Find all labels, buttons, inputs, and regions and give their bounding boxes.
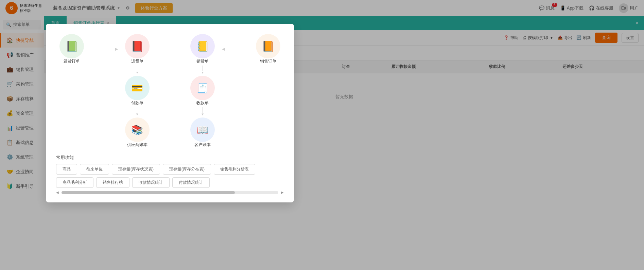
func-button[interactable]: 付款情况统计 — [172, 177, 210, 188]
flow-node-purchase-bill[interactable]: 📕 进货单 — [125, 34, 150, 64]
sales-order-label: 销售订单 — [260, 58, 276, 64]
flow-row-arrows-2: ▼ ▼ — [56, 107, 284, 116]
flow-row-3: 📚 供应商账本 📖 客户账本 — [56, 118, 284, 148]
supplier-ledger-label: 供应商账本 — [127, 142, 147, 148]
arrow-left-1: ◀ — [222, 47, 249, 51]
payment-label: 付款单 — [131, 100, 143, 106]
scroll-track[interactable] — [62, 191, 278, 194]
flow-node-supplier-ledger[interactable]: 📚 供应商账本 — [125, 118, 150, 148]
receipt-icon: 🧾 — [190, 76, 215, 100]
flow-diagram: 📗 进货订单 ▶ 📕 进货单 📒 销货单 ◀ — [56, 34, 284, 148]
purchase-order-label: 进货订单 — [64, 58, 80, 64]
flow-node-sales-bill[interactable]: 📒 销货单 — [190, 34, 215, 64]
func-button[interactable]: 现存量(库存状况表) — [112, 164, 160, 175]
arrow-down-payment: ▼ — [125, 107, 150, 116]
func-button[interactable]: 商品毛利分析 — [56, 177, 93, 188]
func-button[interactable]: 往来单位 — [80, 164, 109, 175]
flow-row-2: 💳 付款单 🧾 收款单 — [56, 76, 284, 106]
arrow-down-sales: ▼ — [190, 66, 215, 74]
flow-node-payment[interactable]: 💳 付款单 — [125, 76, 150, 106]
func-button[interactable]: 销售毛利分析表 — [214, 164, 255, 175]
flow-node-customer-ledger[interactable]: 📖 客户账本 — [190, 118, 215, 148]
customer-ledger-label: 客户账本 — [194, 142, 211, 148]
arrow-right-1: ▶ — [91, 47, 118, 51]
arrow-down-purchase: ▼ — [125, 66, 150, 74]
func-buttons-row1: 商品往来单位现存量(库存状况表)现存量(库存分布表)销售毛利分析表商品毛利分析销… — [56, 164, 284, 188]
common-title: 常用功能 — [56, 155, 284, 161]
func-button[interactable]: 销售排行榜 — [96, 177, 129, 188]
flow-node-purchase-order[interactable]: 📗 进货订单 — [59, 34, 84, 64]
sales-bill-icon: 📒 — [190, 34, 215, 58]
purchase-bill-icon: 📕 — [125, 34, 150, 58]
flow-node-sales-order[interactable]: 📙 销售订单 — [256, 34, 280, 64]
scroll-indicator: ◀ ▶ — [56, 188, 284, 196]
func-button[interactable]: 商品 — [56, 164, 77, 175]
scroll-thumb — [62, 191, 235, 194]
flow-node-receipt[interactable]: 🧾 收款单 — [190, 76, 215, 106]
sales-order-icon: 📙 — [256, 34, 280, 58]
modal: 📗 进货订单 ▶ 📕 进货单 📒 销货单 ◀ — [46, 24, 294, 202]
modal-overlay[interactable]: 📗 进货订单 ▶ 📕 进货单 📒 销货单 ◀ — [0, 0, 644, 270]
func-button[interactable]: 现存量(库存分布表) — [163, 164, 211, 175]
scroll-right-icon[interactable]: ▶ — [281, 191, 284, 194]
receipt-label: 收款单 — [196, 100, 209, 106]
common-functions: 常用功能 商品往来单位现存量(库存状况表)现存量(库存分布表)销售毛利分析表商品… — [56, 155, 284, 188]
payment-icon: 💳 — [125, 76, 150, 100]
supplier-ledger-icon: 📚 — [125, 118, 150, 142]
arrow-down-receipt: ▼ — [190, 107, 215, 116]
func-button[interactable]: 收款情况统计 — [132, 177, 170, 188]
sales-bill-label: 销货单 — [196, 58, 209, 64]
purchase-bill-label: 进货单 — [131, 58, 143, 64]
flow-row-1: 📗 进货订单 ▶ 📕 进货单 📒 销货单 ◀ — [56, 34, 284, 64]
purchase-order-icon: 📗 — [59, 34, 84, 58]
customer-ledger-icon: 📖 — [190, 118, 215, 142]
flow-row-arrows: ▼ ▼ — [56, 66, 284, 74]
scroll-left-icon[interactable]: ◀ — [56, 191, 59, 194]
